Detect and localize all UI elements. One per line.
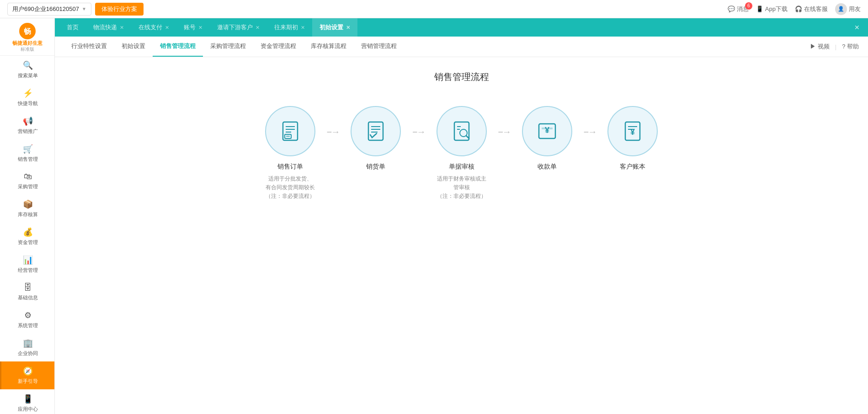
sub-tab-marketing-flow[interactable]: 营销管理流程 xyxy=(354,37,404,57)
sub-tab-purchase-flow-label: 采购管理流程 xyxy=(210,42,246,49)
flow-label-sales-order: 销售订单 xyxy=(277,163,303,171)
online-service-btn[interactable]: 🎧 在线客服 xyxy=(795,5,828,13)
box-icon: 📦 xyxy=(23,199,33,209)
sub-tab-purchase-flow[interactable]: 采购管理流程 xyxy=(203,37,253,57)
close-logistics-icon[interactable]: ✕ xyxy=(120,18,124,37)
sub-tab-sales-flow-label: 销售管理流程 xyxy=(160,42,196,49)
flow-arrow-2: --→ xyxy=(412,106,425,137)
nav-tab-account[interactable]: 账号 ✕ xyxy=(176,18,210,37)
help-label: 帮助 xyxy=(847,43,859,50)
sub-tab-industry[interactable]: 行业特性设置 xyxy=(64,37,114,57)
sub-tab-inventory-flow-label: 库存核算流程 xyxy=(311,42,346,49)
sidebar-item-quick[interactable]: ⚡ 快捷导航 xyxy=(0,84,54,111)
nav-tab-logistics[interactable]: 物流快递 ✕ xyxy=(86,18,131,37)
sub-tab-funds-flow[interactable]: 资金管理流程 xyxy=(253,37,304,57)
flow-node-receipt: ¥ 收款单 xyxy=(511,106,584,175)
sidebar-label-newbie: 新手引导 xyxy=(18,378,38,385)
close-payment-icon[interactable]: ✕ xyxy=(165,18,169,37)
sidebar-label-sales: 销售管理 xyxy=(18,156,38,163)
sidebar-label-finance: 资金管理 xyxy=(18,239,38,246)
svg-text:畅: 畅 xyxy=(24,27,31,35)
message-badge: 6 xyxy=(745,2,752,10)
cart-icon: 🛒 xyxy=(23,144,33,154)
close-all-tabs-icon[interactable]: ✕ xyxy=(851,24,863,31)
sidebar-item-newbie[interactable]: 🧭 新手引导 xyxy=(0,361,54,389)
chevron-down-icon: ▼ xyxy=(82,6,86,11)
video-help-btn[interactable]: ▶ 视频 xyxy=(810,42,830,51)
sidebar-item-finance[interactable]: 💰 资金管理 xyxy=(0,223,54,250)
sidebar-item-operations[interactable]: 📊 经营管理 xyxy=(0,250,54,278)
app-download-btn[interactable]: 📱 App下载 xyxy=(756,5,788,13)
message-icon: 💬 xyxy=(728,5,735,12)
nav-tab-home-label: 首页 xyxy=(67,18,79,37)
close-period-icon[interactable]: ✕ xyxy=(301,18,305,37)
sidebar-label-purchase: 采购管理 xyxy=(18,183,38,190)
phone-icon: 📱 xyxy=(756,5,763,12)
nav-tab-payment[interactable]: 在线支付 ✕ xyxy=(131,18,176,37)
sidebar: 畅 畅捷通好生意 标准版 🔍 搜索菜单 ⚡ 快捷导航 📢 营销推广 🛒 销售管理… xyxy=(0,18,55,414)
flow-node-review: 单据审核 适用于财务审核或主管审核（注：非必要流程） xyxy=(425,106,498,201)
sidebar-item-purchase[interactable]: 🛍 采购管理 xyxy=(0,167,54,195)
top-bar-right: 💬 6 消息 📱 App下载 🎧 在线客服 👤 用友 xyxy=(728,3,861,15)
flow-arrow-1: --→ xyxy=(327,106,339,137)
sub-tab-sales-flow[interactable]: 销售管理流程 xyxy=(153,37,203,57)
sidebar-item-sales[interactable]: 🛒 销售管理 xyxy=(0,139,54,167)
nav-tab-home[interactable]: 首页 xyxy=(59,18,86,37)
play-icon: ▶ xyxy=(810,43,818,50)
flow-circle-ledger[interactable]: ¥ xyxy=(607,106,658,156)
sidebar-item-search[interactable]: 🔍 搜索菜单 xyxy=(0,56,54,84)
nav-tab-init-label: 初始设置 xyxy=(320,18,343,37)
sidebar-item-marketing[interactable]: 📢 营销推广 xyxy=(0,111,54,139)
user-avatar-btn[interactable]: 👤 用友 xyxy=(835,3,861,15)
lightning-icon: ⚡ xyxy=(23,88,33,98)
close-init-icon[interactable]: ✕ xyxy=(346,18,350,37)
flow-label-review: 单据审核 xyxy=(449,163,474,171)
headset-icon: 🎧 xyxy=(795,5,802,12)
nav-tab-logistics-label: 物流快递 xyxy=(93,18,117,37)
help-btn[interactable]: ? 帮助 xyxy=(842,42,859,51)
mobile-icon: 📱 xyxy=(23,394,33,404)
logo-text: 畅捷通好生意 xyxy=(0,40,54,46)
sub-tab-init[interactable]: 初始设置 xyxy=(114,37,153,57)
user-label: 用户690企业1660120507 xyxy=(12,5,79,13)
bag-icon: 🛍 xyxy=(24,172,32,181)
sidebar-item-system[interactable]: ⚙ 系统管理 xyxy=(0,306,54,334)
sub-tab-inventory-flow[interactable]: 库存核算流程 xyxy=(304,37,354,57)
flow-node-sales-order: 销售订单 适用于分批发货、有合同发货周期较长（注：非必要流程） xyxy=(254,106,327,201)
sub-tab-init-label: 初始设置 xyxy=(122,42,145,49)
flow-circle-review[interactable] xyxy=(437,106,487,156)
sidebar-item-inventory[interactable]: 📦 库存核算 xyxy=(0,195,54,223)
sidebar-item-appstore[interactable]: 📱 应用中心 xyxy=(0,389,54,414)
avatar: 👤 xyxy=(835,3,847,15)
question-icon: ? xyxy=(842,43,847,50)
top-bar-left: 用户690企业1660120507 ▼ 体验行业方案 xyxy=(7,3,144,16)
flow-label-invoice: 销货单 xyxy=(366,163,385,171)
nav-tab-payment-label: 在线支付 xyxy=(138,18,162,37)
page-title: 销售管理流程 xyxy=(82,71,841,83)
online-service-label: 在线客服 xyxy=(804,5,828,13)
message-btn[interactable]: 💬 6 消息 xyxy=(728,5,749,13)
sub-tabs-right: ▶ 视频 | ? 帮助 xyxy=(810,42,859,51)
sidebar-item-enterprise[interactable]: 🏢 企业协同 xyxy=(0,334,54,361)
user-selector[interactable]: 用户690企业1660120507 ▼ xyxy=(7,3,91,16)
svg-text:¥: ¥ xyxy=(545,126,549,135)
flow-circle-sales-order[interactable] xyxy=(265,106,315,156)
nav-tab-init[interactable]: 初始设置 ✕ xyxy=(312,18,357,37)
content-area: 行业特性设置 初始设置 销售管理流程 采购管理流程 资金管理流程 xyxy=(55,37,868,414)
main-content: 首页 物流快递 ✕ 在线支付 ✕ 账号 ✕ 邀请下游客户 ✕ 往来期初 ✕ xyxy=(55,18,868,414)
sub-tabs: 行业特性设置 初始设置 销售管理流程 采购管理流程 资金管理流程 xyxy=(55,37,868,57)
flow-circle-receipt[interactable]: ¥ xyxy=(522,106,572,156)
nav-tab-invite[interactable]: 邀请下游客户 ✕ xyxy=(210,18,267,37)
sidebar-label-search: 搜索菜单 xyxy=(18,72,38,79)
trial-btn[interactable]: 体验行业方案 xyxy=(95,3,144,16)
nav-tab-period[interactable]: 往来期初 ✕ xyxy=(267,18,312,37)
money-icon: 💰 xyxy=(23,227,33,237)
close-account-icon[interactable]: ✕ xyxy=(198,18,202,37)
sidebar-item-basic[interactable]: 🗄 基础信息 xyxy=(0,278,54,306)
app-download-label: App下载 xyxy=(765,5,788,13)
logo-sub: 标准版 xyxy=(0,46,54,53)
database-icon: 🗄 xyxy=(24,283,32,292)
divider: | xyxy=(835,43,836,50)
close-invite-icon[interactable]: ✕ xyxy=(256,18,260,37)
flow-circle-invoice[interactable] xyxy=(351,106,401,156)
